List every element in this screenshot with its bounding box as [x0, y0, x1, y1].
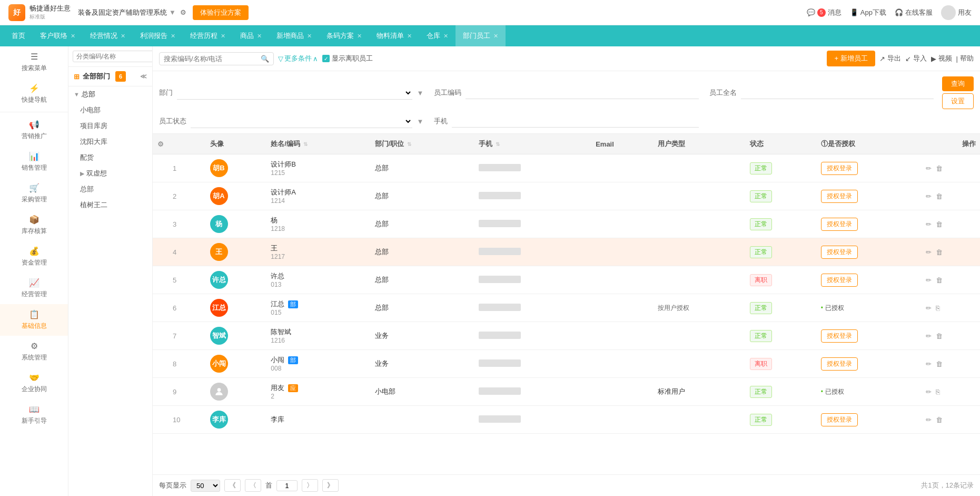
query-button[interactable]: 查询 [942, 76, 974, 91]
tab-customer[interactable]: 客户联络 ✕ [33, 25, 83, 46]
filter-phone-input[interactable] [452, 115, 698, 128]
delete-icon[interactable]: 🗑 [936, 360, 943, 368]
auth-button[interactable]: 授权登录 [821, 329, 858, 343]
last-page-btn[interactable]: 》 [322, 479, 339, 492]
sidebar-item-quicknav[interactable]: ⚡ 快捷导航 [0, 78, 68, 110]
sidebar-item-system[interactable]: ⚙ 系统管理 [0, 336, 68, 367]
close-barcode-tab[interactable]: ✕ [357, 33, 362, 40]
tab-history[interactable]: 经营历程 ✕ [183, 25, 233, 46]
tab-add-goods[interactable]: 新增商品 ✕ [269, 25, 319, 46]
tab-warehouse[interactable]: 仓库 ✕ [419, 25, 456, 46]
collapse-btn[interactable]: ≪ [140, 73, 147, 80]
user-area[interactable]: 用友 [941, 5, 972, 20]
auth-button[interactable]: 授权登录 [821, 218, 858, 231]
add-employee-button[interactable]: + 新增员工 [827, 51, 875, 66]
tree-item-project[interactable]: 项目库房 [68, 118, 152, 134]
online-support-btn[interactable]: 🎧 在线客服 [895, 8, 933, 17]
auth-button[interactable]: 授权登录 [821, 413, 858, 426]
close-dept-tab[interactable]: ✕ [493, 33, 498, 40]
page-size-select[interactable]: 50 100 [191, 480, 220, 492]
col-name-code[interactable]: 姓名/编码 ⇅ [266, 134, 370, 154]
delete-icon[interactable]: 🗑 [936, 164, 943, 172]
delete-icon[interactable]: 🗑 [936, 220, 943, 228]
col-dept-pos[interactable]: 部门/职位 ⇅ [371, 134, 474, 154]
close-bom-tab[interactable]: ✕ [407, 33, 412, 40]
close-goods-tab[interactable]: ✕ [257, 33, 262, 40]
close-history-tab[interactable]: ✕ [221, 33, 225, 40]
col-settings[interactable]: ⚙ [153, 134, 169, 154]
delete-icon[interactable]: 🗑 [936, 332, 943, 340]
delete-icon[interactable]: 🗑 [936, 276, 943, 284]
tree-item-headquarters[interactable]: ▼总部 [68, 86, 152, 102]
sidebar-item-finance[interactable]: 💰 资金管理 [0, 241, 68, 273]
close-warehouse-tab[interactable]: ✕ [443, 33, 448, 40]
view-btn[interactable]: ▶ 视频 [931, 54, 952, 63]
sidebar-item-basic[interactable]: 📋 基础信息 [0, 304, 68, 336]
sidebar-item-marketing[interactable]: 📢 营销推广 [0, 114, 68, 146]
tab-bom[interactable]: 物料清单 ✕ [369, 25, 419, 46]
auth-button[interactable]: 授权登录 [821, 190, 858, 203]
tab-goods[interactable]: 商品 ✕ [233, 25, 269, 46]
edit-icon[interactable]: ✏ [926, 164, 932, 172]
delete-icon[interactable]: 🗑 [936, 192, 943, 200]
edit-icon[interactable]: ✏ [926, 276, 932, 284]
close-add-goods-tab[interactable]: ✕ [307, 33, 312, 40]
edit-icon[interactable]: ✏ [926, 192, 932, 200]
all-dept-label[interactable]: 全部部门 [83, 72, 110, 81]
filter-emp-name-input[interactable] [741, 86, 934, 99]
search-icon[interactable]: 🔍 [261, 55, 269, 63]
sidebar-item-inventory[interactable]: 📦 库存核算 [0, 209, 68, 241]
message-btn[interactable]: 💬 5 消息 [807, 8, 842, 17]
sidebar-item-purchase[interactable]: 🛒 采购管理 [0, 178, 68, 209]
next-page-btn[interactable]: 〉 [302, 479, 318, 492]
import-btn[interactable]: ↙ 导入 [905, 54, 927, 63]
auth-button[interactable]: 授权登录 [821, 246, 858, 259]
show-resigned-checkbox[interactable]: ✓ [322, 55, 330, 62]
more-filter-btn[interactable]: ▽ 更多条件 ∧ [278, 54, 318, 63]
help-btn[interactable]: | 帮助 [956, 54, 974, 63]
prev-page-btn[interactable]: 〈 [245, 479, 261, 492]
tree-item-shenyang[interactable]: 沈阳大库 [68, 134, 152, 150]
auth-button[interactable]: 授权登录 [821, 162, 858, 175]
sidebar-item-search[interactable]: ☰ 搜索菜单 [0, 46, 68, 78]
dept-search-input[interactable] [73, 51, 153, 62]
edit-icon[interactable]: ✏ [926, 416, 932, 424]
trial-button[interactable]: 体验行业方案 [193, 5, 249, 20]
export-btn[interactable]: ↗ 导出 [879, 54, 901, 63]
sidebar-item-operation[interactable]: 📈 经营管理 [0, 273, 68, 304]
auth-button[interactable]: 授权登录 [821, 274, 858, 287]
settings-icon[interactable]: ⚙ [180, 8, 186, 16]
delete-icon[interactable]: 🗑 [936, 248, 943, 256]
sidebar-item-sales[interactable]: 📊 销售管理 [0, 146, 68, 178]
edit-icon[interactable]: ✏ [926, 388, 932, 396]
sidebar-item-collab[interactable]: 🤝 企业协同 [0, 367, 68, 399]
copy-icon[interactable]: ⎘ [936, 304, 940, 312]
set-button[interactable]: 设置 [942, 93, 974, 109]
delete-icon[interactable]: 🗑 [936, 416, 943, 424]
edit-icon[interactable]: ✏ [926, 220, 932, 228]
sidebar-item-guide[interactable]: 📖 新手引导 [0, 399, 68, 431]
tab-barcode[interactable]: 条码方案 ✕ [319, 25, 369, 46]
auth-button[interactable]: 授权登录 [821, 357, 858, 371]
tab-home[interactable]: 首页 [4, 25, 33, 46]
tree-item-xiao-dian[interactable]: 小电部 [68, 102, 152, 118]
tab-operation[interactable]: 经营情况 ✕ [83, 25, 133, 46]
close-customer-tab[interactable]: ✕ [71, 33, 75, 40]
tree-item-zhishu[interactable]: 植树王二 [68, 197, 152, 213]
tree-item-zongbu[interactable]: 总部 [68, 181, 152, 197]
first-page-btn[interactable]: 《 [224, 479, 241, 492]
edit-icon[interactable]: ✏ [926, 360, 932, 368]
close-profit-tab[interactable]: ✕ [171, 33, 175, 40]
search-input[interactable] [164, 55, 259, 63]
show-resigned-area[interactable]: ✓ 显示离职员工 [322, 54, 373, 63]
filter-emp-code-input[interactable] [466, 86, 698, 99]
edit-icon[interactable]: ✏ [926, 332, 932, 340]
edit-icon[interactable]: ✏ [926, 248, 932, 256]
tree-item-shuang[interactable]: ▶双虚想 [68, 166, 152, 181]
app-download-btn[interactable]: 📱 App下载 [850, 8, 886, 17]
filter-emp-status-select[interactable] [191, 114, 412, 128]
tab-dept-employee[interactable]: 部门员工 ✕ [456, 25, 506, 46]
edit-icon[interactable]: ✏ [926, 304, 932, 312]
col-phone[interactable]: 手机 ⇅ [474, 134, 591, 154]
filter-dept-select[interactable] [177, 86, 412, 100]
